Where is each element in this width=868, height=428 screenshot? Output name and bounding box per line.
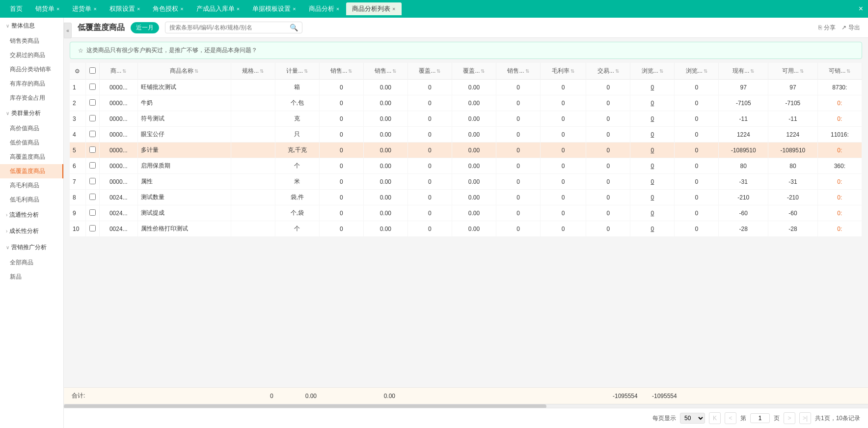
close-all-tabs-button[interactable]: × [859,4,863,13]
export-button[interactable]: ↗ 导出 [841,24,860,32]
nav-tab-product-close[interactable]: × [237,6,240,12]
nav-tab-analysis[interactable]: 商品分析 × [303,2,345,15]
td-checkbox[interactable] [85,205,99,221]
nav-tab-analysis-close[interactable]: × [336,6,339,12]
sidebar-item-new-goods[interactable]: 新品 [0,270,63,284]
td-browse1[interactable]: 0 [630,127,675,143]
nav-tab-template[interactable]: 单据模板设置 × [246,2,301,15]
td-checkbox[interactable] [85,143,99,158]
nav-tab-sales-close[interactable]: × [56,6,59,12]
nav-tab-template-close[interactable]: × [293,6,296,12]
td-checkbox[interactable] [85,111,99,127]
select-all-checkbox[interactable] [89,67,96,74]
sidebar-section-cluster[interactable]: ∨ 类群量分析 [0,105,63,121]
next-page-button[interactable]: > [784,412,795,424]
row-checkbox-4[interactable] [89,146,96,153]
sidebar-item-low-margin[interactable]: 低毛利商品 [0,193,63,207]
sidebar-item-high-value[interactable]: 高价值商品 [0,121,63,136]
sidebar-item-all-goods[interactable]: 全部商品 [0,256,63,270]
nav-tab-purchase[interactable]: 进货单 × [66,2,102,15]
td-checkbox[interactable] [85,221,99,237]
last-page-button[interactable]: >| [799,412,811,424]
sidebar-item-sales-goods[interactable]: 销售类商品 [0,34,63,48]
row-checkbox-2[interactable] [89,115,96,121]
prev-page-button[interactable]: < [725,412,736,424]
th-cover-cnt[interactable]: 覆盖...⇅ [407,63,452,80]
th-name[interactable]: 商品名称⇅ [138,63,231,80]
nav-tab-home[interactable]: 首页 [4,2,28,15]
nav-tab-role[interactable]: 角色授权 × [147,2,189,15]
td-browse1[interactable]: 0 [630,221,675,237]
th-code[interactable]: 商...⇅ [99,63,138,80]
first-page-button[interactable]: K [709,412,721,424]
th-gross-rate[interactable]: 毛利率⇅ [541,63,586,80]
th-sales-qty[interactable]: 销售...⇅ [319,63,363,80]
th-current-stock[interactable]: 现有...⇅ [719,63,768,80]
sidebar-item-category-rate[interactable]: 商品分类动销率 [0,62,63,77]
search-icon[interactable]: 🔍 [290,24,298,31]
th-cover-rate[interactable]: 覆盖...⇅ [452,63,496,80]
th-saleable[interactable]: 可销...⇅ [817,63,862,80]
th-sales-cnt[interactable]: 销售...⇅ [496,63,540,80]
page-number-input[interactable] [750,413,770,423]
nav-tab-purchase-close[interactable]: × [93,6,96,12]
td-browse1[interactable]: 0 [630,143,675,158]
sidebar-section-overall[interactable]: ∨ 整体信息 [0,18,63,34]
row-checkbox-5[interactable] [89,162,96,169]
sidebar-section-flow[interactable]: › 流通性分析 [0,207,63,223]
td-browse1[interactable]: 0 [630,80,675,95]
filter-recent-month-button[interactable]: 近一月 [131,22,159,33]
td-browse1[interactable]: 0 [630,205,675,221]
row-checkbox-0[interactable] [89,84,96,90]
nav-tab-permission[interactable]: 权限设置 × [104,2,146,15]
row-checkbox-8[interactable] [89,209,96,216]
horizontal-scrollbar[interactable] [64,404,868,408]
sidebar-collapse-button[interactable]: « [64,23,72,38]
sidebar-item-high-margin[interactable]: 高毛利商品 [0,178,63,193]
per-page-select[interactable]: 50 20 100 [680,413,705,424]
th-checkbox[interactable] [85,63,99,80]
nav-tab-analysis-list-close[interactable]: × [392,6,395,12]
th-browse2[interactable]: 浏览...⇅ [675,63,719,80]
td-browse1[interactable]: 0 [630,174,675,190]
row-checkbox-6[interactable] [89,178,96,184]
td-browse1[interactable]: 0 [630,95,675,111]
td-browse1[interactable]: 0 [630,111,675,127]
td-checkbox[interactable] [85,158,99,174]
td-checkbox[interactable] [85,190,99,205]
sidebar-item-traded-goods[interactable]: 交易过的商品 [0,48,63,62]
td-browse1[interactable]: 0 [630,190,675,205]
sidebar-item-low-coverage[interactable]: 低覆盖度商品 [0,164,63,178]
row-checkbox-9[interactable] [89,225,96,231]
td-checkbox[interactable] [85,127,99,143]
sidebar-section-marketing[interactable]: ∨ 营销推广分析 [0,239,63,256]
th-available[interactable]: 可用...⇅ [768,63,818,80]
th-unit[interactable]: 计量...⇅ [275,63,319,80]
sidebar-section-growth[interactable]: › 成长性分析 [0,223,63,239]
td-checkbox[interactable] [85,80,99,95]
settings-icon[interactable]: ⚙ [75,68,80,75]
td-checkbox[interactable] [85,174,99,190]
sidebar-item-low-value[interactable]: 低价值商品 [0,136,63,150]
th-spec[interactable]: 规格...⇅ [231,63,275,80]
table-wrapper[interactable]: ⚙ 商...⇅ 商品名称⇅ 规格...⇅ 计量...⇅ 销售...⇅ 销售...… [70,63,862,387]
nav-tab-analysis-list[interactable]: 商品分析列表 × [346,2,401,15]
nav-tab-sales[interactable]: 销货单 × [29,2,65,15]
sidebar-item-in-stock[interactable]: 有库存的商品 [0,77,63,91]
th-settings[interactable]: ⚙ [70,63,85,80]
td-checkbox[interactable] [85,95,99,111]
nav-tab-permission-close[interactable]: × [137,6,140,12]
row-checkbox-1[interactable] [89,99,96,106]
search-input[interactable] [169,24,288,31]
row-checkbox-7[interactable] [89,194,96,200]
td-browse1[interactable]: 0 [630,158,675,174]
nav-tab-role-close[interactable]: × [180,6,183,12]
row-checkbox-3[interactable] [89,131,96,137]
sidebar-item-stock-capital[interactable]: 库存资金占用 [0,91,63,105]
nav-tab-product[interactable]: 产成品入库单 × [190,2,245,15]
sidebar-item-high-coverage[interactable]: 高覆盖度商品 [0,150,63,164]
th-browse1[interactable]: 浏览...⇅ [630,63,675,80]
th-sales-amt[interactable]: 销售...⇅ [363,63,407,80]
th-trans-cnt[interactable]: 交易...⇅ [586,63,630,80]
share-button[interactable]: ⎘ 分享 [818,24,836,32]
